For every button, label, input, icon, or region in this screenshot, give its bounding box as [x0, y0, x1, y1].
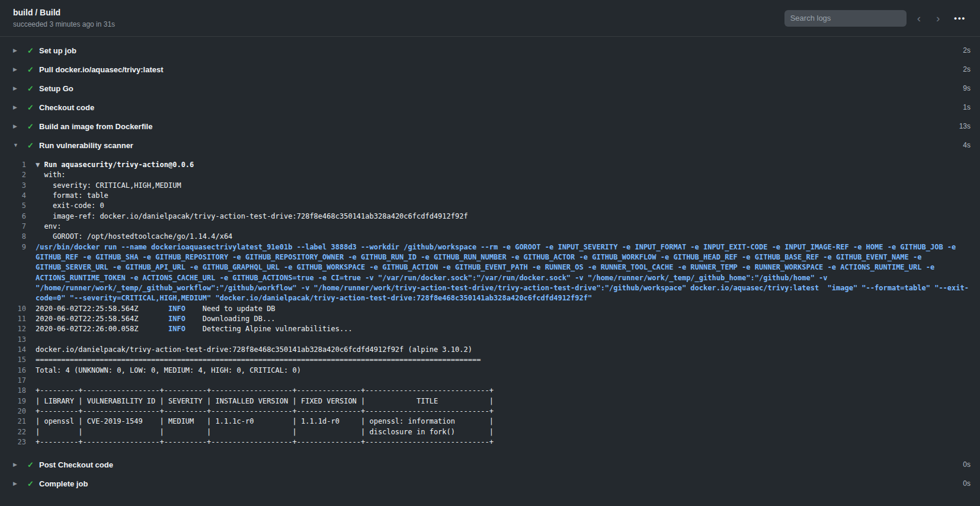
line-number[interactable]: 4: [0, 191, 26, 201]
log-line: 9/usr/bin/docker run --name dockerioaqua…: [0, 242, 980, 304]
log-segment: +---------+------------------+----------…: [36, 407, 494, 415]
log-text: [36, 335, 980, 345]
chevron-down-icon[interactable]: ▼: [13, 142, 27, 148]
log-text: severity: CRITICAL,HIGH,MEDIUM: [36, 181, 980, 191]
log-segment: GOROOT: /opt/hostedtoolcache/go/1.14.4/x…: [36, 232, 232, 241]
job-status: succeeded 3 minutes ago in 31s: [13, 20, 115, 28]
log-text: +---------+------------------+----------…: [36, 406, 980, 417]
log-segment: severity: CRITICAL,HIGH,MEDIUM: [36, 181, 181, 190]
log-segment: +---------+------------------+----------…: [36, 386, 494, 395]
step-label: Build an image from Dockerfile: [39, 122, 152, 131]
next-match-button[interactable]: ›: [931, 10, 944, 27]
log-text: Total: 4 (UNKNOWN: 0, LOW: 0, MEDIUM: 4,…: [36, 366, 980, 376]
line-number[interactable]: 6: [0, 212, 26, 222]
log-segment: format: table: [36, 191, 108, 200]
log-line: 20+---------+------------------+--------…: [0, 406, 980, 417]
check-icon: ✓: [27, 141, 39, 150]
log-text: | | | | | | disclosure in fork() |: [36, 427, 980, 437]
log-text: 2020-06-02T22:25:58.564Z INFO Downloadin…: [36, 314, 980, 324]
line-number[interactable]: 13: [0, 335, 26, 345]
line-number[interactable]: 21: [0, 417, 26, 427]
job-info: build / Build succeeded 3 minutes ago in…: [13, 8, 115, 28]
line-number[interactable]: 1: [0, 160, 26, 170]
step-row-complete-job[interactable]: ▶✓Complete job0s: [0, 474, 980, 493]
step-row-build-an-image-from-dockerfile[interactable]: ▶✓Build an image from Dockerfile13s: [0, 117, 980, 136]
step-duration: 0s: [963, 460, 971, 469]
chevron-right-icon[interactable]: ▶: [13, 123, 27, 129]
log-line: 13: [0, 335, 980, 345]
log-output: 1▼ Run aquasecurity/trivy-action@0.0.62 …: [0, 155, 980, 455]
step-row-run-vulnerability-scanner[interactable]: ▼✓Run vulnerability scanner4s: [0, 136, 980, 155]
check-icon: ✓: [27, 103, 39, 112]
log-text: exit-code: 0: [36, 201, 980, 211]
more-options-button[interactable]: •••: [950, 10, 971, 27]
line-number[interactable]: 5: [0, 201, 26, 211]
chevron-right-icon[interactable]: ▶: [13, 462, 27, 467]
log-segment: image-ref: docker.io/danielpacak/trivy-a…: [36, 212, 468, 220]
log-line: 19| LIBRARY | VULNERABILITY ID | SEVERIT…: [0, 396, 980, 406]
log-text: ▼ Run aquasecurity/trivy-action@0.0.6: [36, 160, 980, 170]
log-segment: INFO: [168, 305, 185, 313]
log-line: 1▼ Run aquasecurity/trivy-action@0.0.6: [0, 160, 980, 170]
log-line: 7 env:: [0, 222, 980, 232]
line-number[interactable]: 3: [0, 181, 26, 191]
line-number[interactable]: 17: [0, 376, 26, 386]
log-text: +---------+------------------+----------…: [36, 437, 980, 447]
line-number[interactable]: 14: [0, 345, 26, 355]
step-row-set-up-job[interactable]: ▶✓Set up job2s: [0, 41, 980, 60]
log-line: 8 GOROOT: /opt/hostedtoolcache/go/1.14.4…: [0, 232, 980, 242]
chevron-right-icon: ›: [936, 12, 940, 24]
line-number[interactable]: 23: [0, 437, 26, 447]
job-header: build / Build succeeded 3 minutes ago in…: [0, 0, 980, 37]
line-number[interactable]: 12: [0, 324, 26, 334]
log-text: 2020-06-02T22:25:58.564Z INFO Need to up…: [36, 304, 980, 314]
line-number[interactable]: 18: [0, 386, 26, 396]
log-segment: Need to update DB: [185, 305, 276, 313]
log-line: 15======================================…: [0, 355, 980, 365]
line-number[interactable]: 20: [0, 406, 26, 417]
line-number[interactable]: 15: [0, 355, 26, 365]
log-segment: Total: 4 (UNKNOWN: 0, LOW: 0, MEDIUM: 4,…: [36, 366, 301, 374]
step-duration: 2s: [963, 46, 971, 55]
line-number[interactable]: 16: [0, 366, 26, 376]
step-duration: 9s: [963, 84, 971, 92]
check-icon: ✓: [27, 479, 39, 488]
log-line: 2 with:: [0, 170, 980, 180]
log-segment: env:: [36, 222, 61, 230]
line-number[interactable]: 10: [0, 304, 26, 314]
line-number[interactable]: 7: [0, 222, 26, 232]
log-text: | LIBRARY | VULNERABILITY ID | SEVERITY …: [36, 396, 980, 406]
step-label: Run vulnerability scanner: [39, 141, 133, 150]
log-line: 4 format: table: [0, 191, 980, 201]
line-number[interactable]: 8: [0, 232, 26, 242]
log-text: image-ref: docker.io/danielpacak/trivy-a…: [36, 212, 980, 222]
log-line: 16Total: 4 (UNKNOWN: 0, LOW: 0, MEDIUM: …: [0, 366, 980, 376]
log-segment: ========================================…: [36, 356, 481, 364]
breadcrumb: build /: [13, 8, 40, 17]
log-line: 3 severity: CRITICAL,HIGH,MEDIUM: [0, 181, 980, 191]
step-row-pull-docker-io-aquasec-trivy-latest[interactable]: ▶✓Pull docker.io/aquasec/trivy:latest2s: [0, 60, 980, 79]
chevron-right-icon[interactable]: ▶: [13, 104, 27, 110]
step-row-post-checkout-code[interactable]: ▶✓Post Checkout code0s: [0, 455, 980, 474]
log-text: format: table: [36, 191, 980, 201]
search-input[interactable]: [784, 10, 907, 27]
chevron-right-icon[interactable]: ▶: [13, 85, 27, 91]
step-duration: 13s: [959, 122, 971, 130]
prev-match-button[interactable]: ‹: [912, 10, 925, 27]
log-line: 21| openssl | CVE-2019-1549 | MEDIUM | 1…: [0, 417, 980, 427]
line-number[interactable]: 2: [0, 170, 26, 180]
step-row-checkout-code[interactable]: ▶✓Checkout code1s: [0, 98, 980, 117]
step-row-setup-go[interactable]: ▶✓Setup Go9s: [0, 79, 980, 98]
line-number[interactable]: 11: [0, 314, 26, 324]
chevron-right-icon[interactable]: ▶: [13, 47, 27, 53]
chevron-right-icon[interactable]: ▶: [13, 481, 27, 486]
line-number[interactable]: 22: [0, 427, 26, 437]
log-line: 102020-06-02T22:25:58.564Z INFO Need to …: [0, 304, 980, 314]
log-text: with:: [36, 170, 980, 180]
line-number[interactable]: 19: [0, 396, 26, 406]
log-segment: with:: [36, 171, 66, 179]
chevron-right-icon[interactable]: ▶: [13, 66, 27, 72]
log-segment: /usr/bin/docker run --name dockerioaquas…: [36, 243, 969, 303]
line-number[interactable]: 9: [0, 242, 26, 304]
log-group-toggle-icon[interactable]: ▼: [36, 161, 44, 169]
